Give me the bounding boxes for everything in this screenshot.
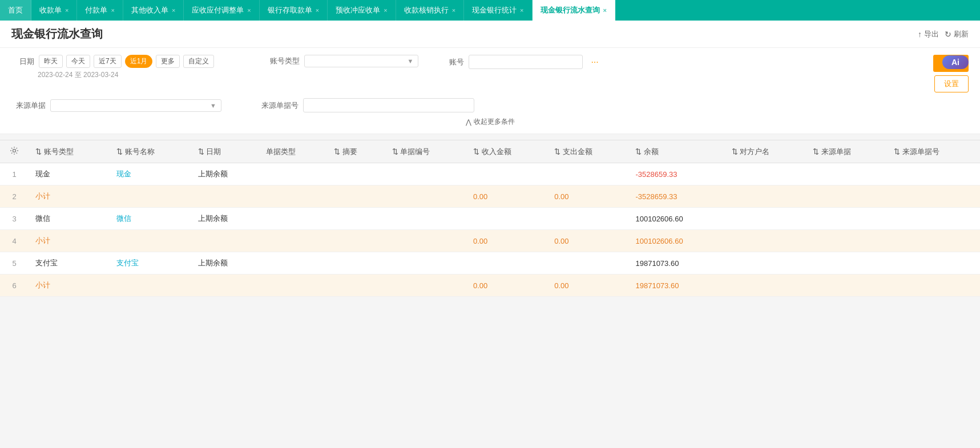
source-doc-select[interactable]: ▼ bbox=[50, 99, 221, 112]
gear-icon bbox=[10, 146, 19, 155]
cell-source-doc-no bbox=[887, 252, 980, 275]
cell-counterpart bbox=[725, 275, 806, 297]
source-doc-no-input[interactable] bbox=[303, 98, 474, 112]
cell-account-name[interactable]: 微信 bbox=[110, 208, 191, 230]
th-summary[interactable]: ⇅ 摘要 bbox=[327, 140, 385, 163]
page-header: 现金银行流水查询 ↑ 导出 ↻ 刷新 bbox=[0, 21, 980, 48]
settings-button[interactable]: 设置 bbox=[934, 75, 969, 92]
cell-expense bbox=[547, 163, 628, 185]
th-expense[interactable]: ⇅ 支出金额 bbox=[547, 140, 628, 163]
nav-other-income[interactable]: 其他收入单 × bbox=[123, 0, 184, 21]
main-table: ⇅ 账号类型 ⇅ 账号名称 ⇅ 日期 单据类型 ⇅ 摘要 ⇅ 单据编号 ⇅ 收入… bbox=[0, 140, 980, 297]
cell-account-name bbox=[110, 275, 191, 297]
date-today[interactable]: 今天 bbox=[66, 55, 90, 68]
cell-summary bbox=[327, 252, 385, 275]
th-gear[interactable] bbox=[0, 140, 29, 163]
date-more[interactable]: 更多 bbox=[156, 55, 180, 68]
cell-source-doc bbox=[806, 275, 887, 297]
cell-source-doc bbox=[806, 185, 887, 208]
cell-id: 3 bbox=[0, 208, 29, 230]
cell-balance: 19871073.60 bbox=[628, 252, 724, 275]
nav-bank-deposit[interactable]: 银行存取款单 × bbox=[260, 0, 328, 21]
th-date[interactable]: ⇅ 日期 bbox=[191, 140, 259, 163]
th-account-type[interactable]: ⇅ 账号类型 bbox=[29, 140, 110, 163]
cell-income: 0.00 bbox=[466, 230, 547, 252]
date-yesterday[interactable]: 昨天 bbox=[39, 55, 63, 68]
th-balance[interactable]: ⇅ 余额 bbox=[628, 140, 724, 163]
close-writeoff-icon[interactable]: × bbox=[452, 7, 455, 14]
close-advance-offset-icon[interactable]: × bbox=[384, 7, 387, 14]
nav-bank-stats[interactable]: 现金银行统计 × bbox=[464, 0, 532, 21]
th-source-doc-no[interactable]: ⇅ 来源单据号 bbox=[887, 140, 980, 163]
th-counterpart[interactable]: ⇅ 对方户名 bbox=[725, 140, 806, 163]
cell-balance: -3528659.33 bbox=[628, 185, 724, 208]
cell-account-name[interactable]: 支付宝 bbox=[110, 252, 191, 275]
cell-date: 上期余额 bbox=[191, 163, 259, 185]
th-source-doc[interactable]: ⇅ 来源单据 bbox=[806, 140, 887, 163]
account-type-select[interactable]: ▼ bbox=[304, 55, 418, 67]
export-button[interactable]: ↑ 导出 bbox=[918, 29, 939, 39]
export-icon: ↑ bbox=[918, 30, 922, 39]
cell-account-name[interactable]: 现金 bbox=[110, 163, 191, 185]
nav-bank-flow[interactable]: 现金银行流水查询 × bbox=[533, 0, 615, 21]
filter-area: 日期 昨天 今天 近7天 近1月 更多 自定义 2023-02-24 至 202… bbox=[0, 48, 980, 134]
close-bank-stats-icon[interactable]: × bbox=[520, 7, 523, 14]
cell-id: 2 bbox=[0, 185, 29, 208]
cell-expense: 0.00 bbox=[547, 230, 628, 252]
cell-doc-type bbox=[259, 275, 327, 297]
cell-source-doc bbox=[806, 208, 887, 230]
nav-advance-offset[interactable]: 预收冲应收单 × bbox=[328, 0, 396, 21]
cell-source-doc-no bbox=[887, 163, 980, 185]
close-payment-icon[interactable]: × bbox=[111, 7, 114, 14]
close-receipt-icon[interactable]: × bbox=[65, 7, 68, 14]
collapse-button[interactable]: ⋀ 收起更多条件 bbox=[466, 117, 515, 127]
th-income[interactable]: ⇅ 收入金额 bbox=[466, 140, 547, 163]
cell-expense bbox=[547, 208, 628, 230]
account-type-label: 账号类型 bbox=[265, 56, 300, 66]
cell-income: 0.00 bbox=[466, 275, 547, 297]
cell-doc-no bbox=[385, 275, 466, 297]
th-doc-no[interactable]: ⇅ 单据编号 bbox=[385, 140, 466, 163]
cell-counterpart bbox=[725, 185, 806, 208]
cell-id: 4 bbox=[0, 230, 29, 252]
nav-payment[interactable]: 付款单 × bbox=[77, 0, 123, 21]
cell-counterpart bbox=[725, 230, 806, 252]
account-no-ellipsis[interactable]: ··· bbox=[587, 56, 602, 68]
cell-doc-type bbox=[259, 230, 327, 252]
cell-date bbox=[191, 185, 259, 208]
close-other-income-icon[interactable]: × bbox=[172, 7, 175, 14]
cell-account-type: 小计 bbox=[29, 275, 110, 297]
date-1month[interactable]: 近1月 bbox=[125, 55, 153, 68]
cell-summary bbox=[327, 230, 385, 252]
cell-doc-type bbox=[259, 208, 327, 230]
account-no-input[interactable] bbox=[469, 55, 583, 69]
cell-expense: 0.00 bbox=[547, 275, 628, 297]
cell-id: 1 bbox=[0, 163, 29, 185]
date-7days[interactable]: 近7天 bbox=[94, 55, 122, 68]
th-account-name[interactable]: ⇅ 账号名称 bbox=[110, 140, 191, 163]
nav-adjustment[interactable]: 应收应付调整单 × bbox=[184, 0, 259, 21]
nav-home[interactable]: 首页 bbox=[0, 0, 31, 21]
cell-source-doc-no bbox=[887, 208, 980, 230]
th-doc-type: 单据类型 bbox=[259, 140, 327, 163]
close-bank-flow-icon[interactable]: × bbox=[603, 7, 607, 14]
close-bank-deposit-icon[interactable]: × bbox=[316, 7, 319, 14]
table-row: 3 微信 微信 上期余额 100102606.60 bbox=[0, 208, 980, 230]
close-adjustment-icon[interactable]: × bbox=[247, 7, 251, 14]
cell-balance: 19871073.60 bbox=[628, 275, 724, 297]
source-doc-no-label: 来源单据号 bbox=[261, 100, 299, 111]
cell-summary bbox=[327, 185, 385, 208]
top-nav: 首页 收款单 × 付款单 × 其他收入单 × 应收应付调整单 × 银行存取款单 … bbox=[0, 0, 980, 21]
refresh-button[interactable]: ↻ 刷新 bbox=[945, 29, 969, 39]
cell-doc-no bbox=[385, 208, 466, 230]
nav-writeoff[interactable]: 收款核销执行 × bbox=[396, 0, 464, 21]
nav-receipt[interactable]: 收款单 × bbox=[31, 0, 77, 21]
date-custom[interactable]: 自定义 bbox=[183, 55, 214, 68]
table-header-row: ⇅ 账号类型 ⇅ 账号名称 ⇅ 日期 单据类型 ⇅ 摘要 ⇅ 单据编号 ⇅ 收入… bbox=[0, 140, 980, 163]
ai-badge[interactable]: Ai bbox=[942, 55, 969, 69]
cell-account-type: 现金 bbox=[29, 163, 110, 185]
source-doc-label: 来源单据 bbox=[11, 100, 46, 111]
cell-income: 0.00 bbox=[466, 185, 547, 208]
cell-source-doc-no bbox=[887, 185, 980, 208]
table-area: ⇅ 账号类型 ⇅ 账号名称 ⇅ 日期 单据类型 ⇅ 摘要 ⇅ 单据编号 ⇅ 收入… bbox=[0, 140, 980, 297]
